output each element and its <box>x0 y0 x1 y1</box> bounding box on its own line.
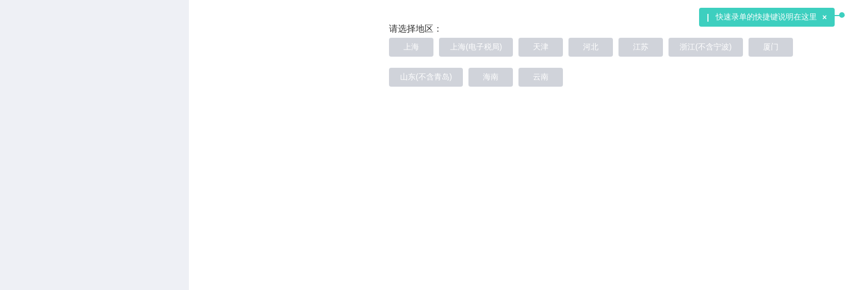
region-buttons-container: 上海上海(电子税局)天津河北江苏浙江(不含宁波)厦门山东(不含青岛)海南云南 <box>389 38 868 87</box>
region-button-云南[interactable]: 云南 <box>518 68 563 87</box>
page-label: 请选择地区： <box>389 23 442 35</box>
region-row-1: 上海上海(电子税局)天津河北江苏浙江(不含宁波)厦门 <box>389 38 793 57</box>
region-button-厦门[interactable]: 厦门 <box>749 38 793 57</box>
tooltip-text: 快速录单的快捷键说明在这里 <box>716 12 817 22</box>
region-button-上海[interactable]: 上海 <box>389 38 433 57</box>
tooltip-banner[interactable]: 快速录单的快捷键说明在这里 × <box>699 8 835 27</box>
region-button-河北[interactable]: 河北 <box>568 38 613 57</box>
region-button-上海(电子税局)[interactable]: 上海(电子税局) <box>439 38 513 57</box>
region-button-山东(不含青岛)[interactable]: 山东(不含青岛) <box>389 68 463 87</box>
tooltip-dot <box>839 12 845 18</box>
region-button-天津[interactable]: 天津 <box>518 38 563 57</box>
region-button-江苏[interactable]: 江苏 <box>618 38 663 57</box>
sidebar <box>0 0 189 290</box>
main-content: 快速录单的快捷键说明在这里 × 请选择地区： 上海上海(电子税局)天津河北江苏浙… <box>189 0 868 290</box>
tooltip-close-button[interactable]: × <box>822 13 827 22</box>
region-button-浙江(不含宁波)[interactable]: 浙江(不含宁波) <box>669 38 742 57</box>
region-button-海南[interactable]: 海南 <box>468 68 513 87</box>
region-row-2: 山东(不含青岛)海南云南 <box>389 68 563 87</box>
